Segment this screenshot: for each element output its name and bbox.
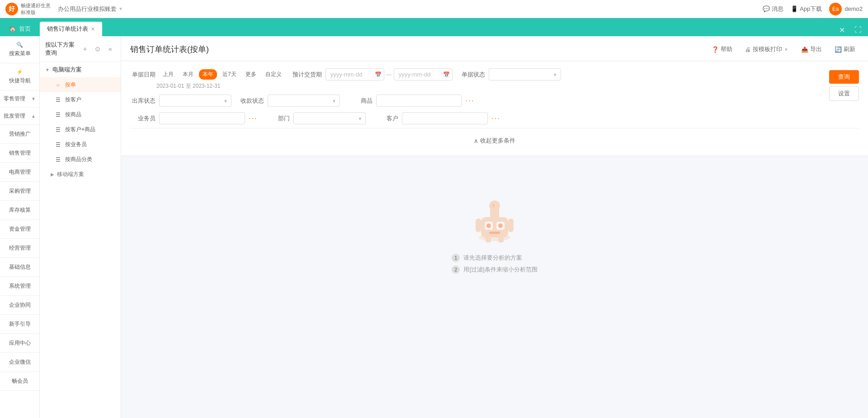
logo-text: 畅捷通好生意 标准版 <box>21 2 51 15</box>
refresh-button[interactable]: 🔄 刷新 <box>831 43 859 55</box>
sidebar-item-appcenter[interactable]: 应用中心 <box>0 334 39 353</box>
delivery-status-select[interactable] <box>159 95 231 107</box>
sidebar-item-basic[interactable]: 基础信息 <box>0 258 39 277</box>
plan-group-mobile-header[interactable]: ▶ 移动端方案 <box>40 167 121 182</box>
help-button[interactable]: ❓ 帮助 <box>708 43 736 55</box>
date-btn-this-year[interactable]: 本年 <box>199 69 217 80</box>
logo-icon: 好 <box>5 3 18 15</box>
department-select[interactable] <box>293 112 366 124</box>
salesperson-input[interactable] <box>159 112 245 124</box>
sidebar-item-sales[interactable]: 销售管理 <box>0 144 39 163</box>
reset-button[interactable]: 设置 <box>829 86 859 101</box>
svg-rect-10 <box>476 218 481 232</box>
filter-department-cell: 部门 ▼ <box>264 112 366 124</box>
main-content: 销售订单统计表(按单) ❓ 帮助 🖨 按模板打印 ▼ 📤 导出 <box>121 36 868 418</box>
sidebar-item-corp[interactable]: 企业协同 <box>0 296 39 315</box>
by-customer-icon: ☰ <box>54 96 61 104</box>
maximize-window-button[interactable]: ⛶ <box>852 24 864 36</box>
add-plan-button[interactable]: + <box>80 44 90 54</box>
customer-input[interactable] <box>402 112 488 124</box>
svg-rect-13 <box>498 236 504 242</box>
sidebar-item-retail[interactable]: 零售管理 ▼ <box>0 90 39 108</box>
customer-more-icon[interactable]: ··· <box>491 114 500 123</box>
app-download-button[interactable]: 📱 App下载 <box>791 5 822 13</box>
sidebar-item-newguide[interactable]: 新手引导 <box>0 315 39 334</box>
svg-rect-12 <box>486 236 491 242</box>
edit-plan-button[interactable]: ⊙ <box>93 44 103 54</box>
date-btn-last-month[interactable]: 上月 <box>159 69 177 80</box>
plan-item-by-product[interactable]: ☰ 按商品 <box>40 107 121 122</box>
payment-status-select[interactable] <box>268 95 340 107</box>
sidebar-item-inventory[interactable]: 库存核算 <box>0 201 39 220</box>
plan-item-by-salesperson[interactable]: ☰ 按业务员 <box>40 137 121 152</box>
filter-date-group: 上月 本月 本年 近7天 更多 自定义 <box>159 69 285 80</box>
salesperson-more-icon[interactable]: ··· <box>249 114 257 123</box>
help-icon: ❓ <box>712 46 719 53</box>
filter-expected-date-group: 📅 — 📅 <box>326 68 453 81</box>
home-icon: 🏠 <box>9 26 16 33</box>
query-button[interactable]: 查询 <box>829 70 859 84</box>
status-select[interactable] <box>489 68 561 81</box>
sidebar-item-purchase[interactable]: 采购管理 <box>0 182 39 201</box>
collapse-icon: ∧ <box>474 138 478 144</box>
sidebar-item-search[interactable]: 🔍 搜索菜单 <box>0 36 39 63</box>
tab-sales-stat[interactable]: 销售订单统计表 ✕ <box>40 22 102 36</box>
retail-arrow-icon: ▼ <box>31 96 36 101</box>
plan-item-by-category[interactable]: ☰ 按商品分类 <box>40 152 121 167</box>
user-area[interactable]: Ea demo2 <box>829 3 863 15</box>
svg-rect-9 <box>492 204 495 207</box>
sidebar-item-quicknav[interactable]: ⚡ 快捷导航 <box>0 63 39 90</box>
sidebar-item-system[interactable]: 系统管理 <box>0 277 39 296</box>
filter-date-cell: 单据日期 上月 本月 本年 近7天 更多 自定义 <box>130 69 285 80</box>
plan-item-by-order[interactable]: ○ 按单 <box>40 77 121 92</box>
status-select-wrap: ▼ <box>489 68 561 81</box>
sidebar-item-marketing[interactable]: 营销推广 <box>0 125 39 144</box>
action-buttons: 查询 设置 <box>829 70 859 101</box>
goods-more-icon[interactable]: ··· <box>466 97 474 105</box>
date-btn-more[interactable]: 更多 <box>242 69 260 80</box>
quicknav-icon: ⚡ <box>16 69 23 75</box>
pc-group-arrow-icon: ▼ <box>45 67 50 72</box>
page-header: 销售订单统计表(按单) ❓ 帮助 🖨 按模板打印 ▼ 📤 导出 <box>121 36 868 61</box>
tab-home[interactable]: 🏠 首页 <box>2 22 38 36</box>
tab-close-icon[interactable]: ✕ <box>91 26 95 32</box>
template-print-button[interactable]: 🖨 按模板打印 ▼ <box>741 43 792 55</box>
date-btn-last-7days[interactable]: 近7天 <box>219 69 240 80</box>
date-btn-custom[interactable]: 自定义 <box>262 69 285 80</box>
sidebar-item-corpwechat[interactable]: 企业微信 <box>0 353 39 372</box>
top-bar-right: 💬 消息 📱 App下载 Ea demo2 <box>763 3 863 15</box>
svg-point-5 <box>498 223 503 228</box>
svg-rect-11 <box>508 218 514 232</box>
sidebar-item-member[interactable]: 畅会员 <box>0 372 39 391</box>
sidebar-item-finance[interactable]: 资金管理 <box>0 220 39 239</box>
messages-button[interactable]: 💬 消息 <box>763 5 783 13</box>
sidebar-item-ecommerce[interactable]: 电商管理 <box>0 163 39 182</box>
date-btn-this-month[interactable]: 本月 <box>179 69 197 80</box>
filter-goods-cell: 商品 ··· <box>347 95 474 107</box>
plan-item-by-customer-product[interactable]: ☰ 按客户+商品 <box>40 122 121 137</box>
nav-tabs: 🏠 首页 销售订单统计表 ✕ ✕ ⛶ <box>0 18 868 36</box>
sidebar-item-business[interactable]: 经营管理 <box>0 239 39 258</box>
main-layout: 🔍 搜索菜单 ⚡ 快捷导航 零售管理 ▼ 批发管理 ▲ 营销推广 销售管理 电商… <box>0 36 868 418</box>
goods-input[interactable] <box>376 95 462 107</box>
empty-state: 1 请先选择要分析的方案 2 用[过滤]条件来缩小分析范围 <box>121 156 868 310</box>
collapse-filter-button[interactable]: ∧ 收起更多条件 <box>130 133 859 148</box>
close-window-button[interactable]: ✕ <box>835 24 848 36</box>
filter-row-1: 单据日期 上月 本月 本年 近7天 更多 自定义 <box>130 68 822 81</box>
workspace-selector[interactable]: 办公用品行业模拟账套 ▼ <box>54 3 127 15</box>
export-button[interactable]: 📤 导出 <box>797 43 826 55</box>
date-separator: — <box>386 71 392 78</box>
filter-area: 单据日期 上月 本月 本年 近7天 更多 自定义 <box>121 61 868 156</box>
plan-group-pc-header[interactable]: ▼ 电脑端方案 <box>40 62 121 77</box>
page-actions: ❓ 帮助 🖨 按模板打印 ▼ 📤 导出 🔄 刷新 <box>708 43 859 55</box>
sidebar-item-wholesale[interactable]: 批发管理 ▲ <box>0 108 39 125</box>
date-shortcuts: 上月 本月 本年 近7天 更多 自定义 <box>159 69 285 80</box>
step-2-num: 2 <box>452 266 460 274</box>
expected-date-start-input[interactable] <box>326 68 384 81</box>
expected-date-end-input[interactable] <box>394 68 453 81</box>
plan-item-by-customer[interactable]: ☰ 按客户 <box>40 92 121 107</box>
logo-area: 好 畅捷通好生意 标准版 <box>5 2 51 15</box>
empty-step-2: 2 用[过滤]条件来缩小分析范围 <box>452 266 537 274</box>
collapse-panel-button[interactable]: « <box>105 44 115 54</box>
print-dropdown-icon: ▼ <box>784 47 788 52</box>
